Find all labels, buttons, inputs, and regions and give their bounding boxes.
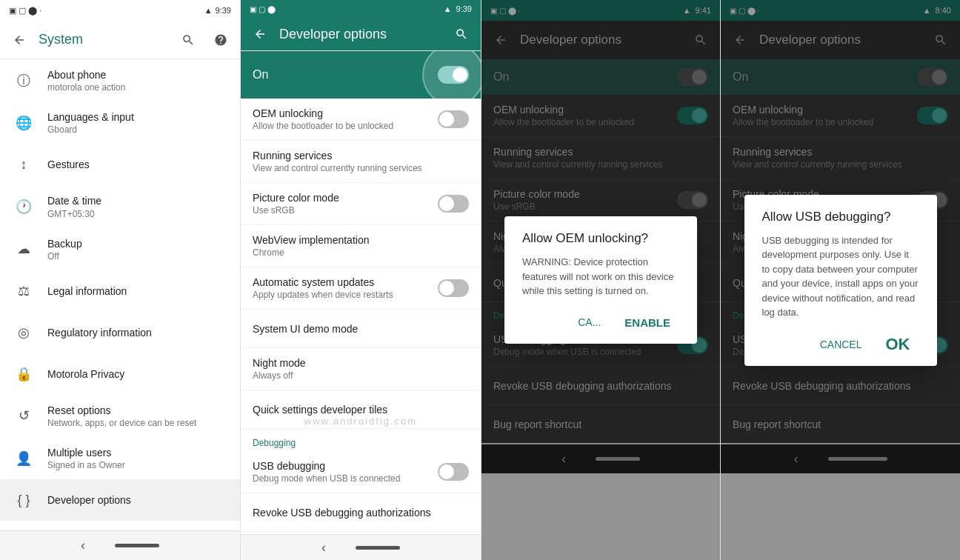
- about-phone-subtitle: motorola one action: [47, 82, 228, 93]
- back-btn-left[interactable]: ‹: [81, 538, 85, 553]
- usb-debug-toggle-mid[interactable]: [438, 463, 469, 481]
- right-status-left: ▲ 9:39: [204, 6, 231, 15]
- oem-dialog: Allow OEM unlocking? WARNING: Device pro…: [504, 216, 697, 344]
- auto-updates-toggle-mid[interactable]: [438, 279, 469, 297]
- home-btn-left[interactable]: [115, 544, 159, 547]
- multiple-users-title: Multiple users: [47, 446, 228, 459]
- oem-enable-button[interactable]: Enable: [616, 310, 679, 335]
- bottom-nav-mid: ‹: [241, 534, 481, 560]
- home-btn-mid[interactable]: [356, 546, 400, 550]
- status-icons-left: ▣ ▢ ⬤ ·: [9, 6, 41, 16]
- time-mid: 9:39: [456, 4, 472, 13]
- date-time-icon: 🕐: [12, 195, 36, 219]
- date-time-title: Date & time: [47, 194, 228, 207]
- status-bar-left: ▣ ▢ ⬤ · ▲ 9:39: [0, 0, 240, 21]
- gestures-title: Gestures: [47, 158, 228, 171]
- dev-options-mid-panel: ▣ ▢ ⬤ ▲ 9:39 Developer options On OEM un…: [241, 0, 481, 560]
- dev-options-right2-panel: ▣ ▢ ⬤ · ▲ 8:40 Developer options On: [721, 0, 960, 560]
- nav-developer-options[interactable]: { } Developer options: [0, 479, 240, 521]
- system-nav-list: ⓘ About phone motorola one action 🌐 Lang…: [0, 59, 240, 530]
- usb-dialog-body: USB debugging is intended for developmen…: [762, 233, 919, 320]
- auto-updates-mid[interactable]: Automatic system updates Apply updates w…: [241, 267, 481, 310]
- debugging-label-mid: Debugging: [241, 429, 481, 451]
- nav-multiple-users[interactable]: 👤 Multiple users Signed in as Owner: [0, 437, 240, 479]
- gestures-icon: ↕: [12, 153, 36, 176]
- usb-debugging-mid[interactable]: USB debugging Debug mode when USB is con…: [241, 451, 481, 493]
- back-button-system[interactable]: [6, 27, 33, 53]
- legal-title: Legal information: [47, 284, 228, 298]
- nav-regulatory[interactable]: ◎ Regulatory information: [0, 312, 240, 353]
- revoke-usb-mid[interactable]: Revoke USB debugging authorizations: [241, 493, 481, 532]
- time-left: 9:39: [216, 6, 231, 15]
- legal-icon: ⚖: [12, 279, 36, 303]
- nav-backup[interactable]: ☁ Backup Off: [0, 228, 240, 270]
- nav-date-time[interactable]: 🕐 Date & time GMT+05:30: [0, 185, 240, 227]
- usb-dialog-overlay: Allow USB debugging? USB debugging is in…: [721, 0, 960, 560]
- app-bar-system: System: [0, 21, 240, 59]
- dev-options-content-mid: On OEM unlocking Allow the bootloader to…: [241, 51, 481, 534]
- nav-about-phone[interactable]: ⓘ About phone motorola one action: [0, 59, 240, 101]
- usb-dialog-actions: Cancel OK: [762, 332, 919, 357]
- nav-gestures[interactable]: ↕ Gestures: [0, 144, 240, 185]
- reset-icon: ↺: [12, 404, 36, 427]
- privacy-icon: 🔒: [12, 362, 36, 386]
- system-updates-title: System updates: [47, 530, 228, 530]
- bottom-nav-left: ‹: [0, 530, 240, 560]
- search-button-system[interactable]: [175, 27, 201, 53]
- nav-languages[interactable]: 🌐 Languages & input Gboard: [0, 101, 240, 144]
- backup-icon: ☁: [12, 237, 36, 261]
- usb-cancel-button[interactable]: Cancel: [811, 332, 871, 357]
- dev-on-toggle-mid[interactable]: [438, 66, 469, 84]
- dev-options-list-mid: OEM unlocking Allow the bootloader to be…: [241, 99, 481, 534]
- dev-options-title-mid: Developer options: [279, 27, 442, 42]
- picture-color-mid[interactable]: Picture color mode Use sRGB: [241, 183, 481, 225]
- help-button-system[interactable]: [207, 27, 234, 53]
- date-time-subtitle: GMT+05:30: [47, 209, 228, 219]
- wifi-icon-mid: ▲: [444, 4, 452, 13]
- languages-title: Languages & input: [47, 110, 228, 124]
- motorola-privacy-title: Motorola Privacy: [47, 367, 228, 381]
- backup-title: Backup: [47, 237, 228, 250]
- nav-reset[interactable]: ↺ Reset options Network, apps, or device…: [0, 395, 240, 437]
- nav-system-updates[interactable]: 📱 System updates Updated to Android 9: [0, 521, 240, 530]
- regulatory-icon: ◎: [12, 321, 36, 344]
- notif-icons-mid: ▣ ▢ ⬤: [250, 5, 276, 13]
- qs-dev-tiles-mid[interactable]: Quick settings developer tiles: [241, 390, 481, 429]
- developer-options-title: Developer options: [47, 493, 228, 507]
- back-btn-mid[interactable]: ‹: [321, 540, 326, 556]
- system-title: System: [39, 32, 169, 47]
- usb-ok-button[interactable]: OK: [877, 332, 919, 357]
- oem-dialog-title: Allow OEM unlocking?: [522, 231, 679, 246]
- developer-icon: { }: [12, 488, 36, 512]
- oem-toggle-mid[interactable]: [438, 110, 469, 128]
- system-ui-demo-mid[interactable]: System UI demo mode: [241, 310, 481, 348]
- oem-dialog-actions: Ca... Enable: [522, 310, 679, 335]
- about-icon: ⓘ: [12, 69, 36, 93]
- app-bar-dev-mid: Developer options: [241, 18, 481, 51]
- notif-icons: ▣ ▢ ⬤ ·: [9, 6, 41, 16]
- nav-motorola-privacy[interactable]: 🔒 Motorola Privacy: [0, 353, 240, 395]
- usb-dialog: Allow USB debugging? USB debugging is in…: [744, 195, 937, 366]
- reset-subtitle: Network, apps, or device can be reset: [47, 418, 228, 428]
- nav-legal[interactable]: ⚖ Legal information: [0, 270, 240, 312]
- dev-on-header-mid: On: [241, 51, 481, 99]
- usb-dialog-title: Allow USB debugging?: [762, 210, 919, 224]
- multiple-users-subtitle: Signed in as Owner: [47, 460, 228, 470]
- webview-mid[interactable]: WebView implementation Chrome: [241, 225, 481, 267]
- language-icon: 🌐: [12, 111, 36, 135]
- back-button-dev-mid[interactable]: [247, 21, 273, 47]
- reset-title: Reset options: [47, 404, 228, 417]
- picture-toggle-mid[interactable]: [438, 195, 469, 213]
- status-bar-mid: ▣ ▢ ⬤ ▲ 9:39: [241, 0, 481, 18]
- night-mode-mid[interactable]: Night mode Always off: [241, 348, 481, 390]
- search-button-dev-mid[interactable]: [448, 21, 475, 47]
- users-icon: 👤: [12, 447, 36, 470]
- about-phone-title: About phone: [47, 68, 228, 81]
- oem-dialog-body: WARNING: Device protection features will…: [522, 255, 679, 299]
- regulatory-title: Regulatory information: [47, 326, 228, 339]
- oem-dialog-overlay: Allow OEM unlocking? WARNING: Device pro…: [481, 0, 720, 560]
- wifi-icon: ▲: [204, 6, 213, 15]
- running-services-mid[interactable]: Running services View and control curren…: [241, 141, 481, 183]
- oem-cancel-button[interactable]: Ca...: [569, 310, 610, 335]
- backup-subtitle: Off: [47, 251, 228, 261]
